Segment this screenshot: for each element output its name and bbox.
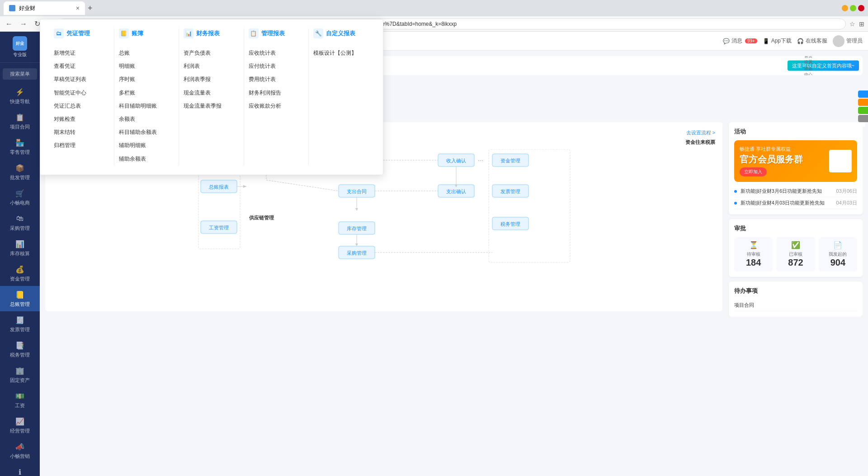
- message-button[interactable]: 💬 消息 99+: [723, 37, 757, 45]
- dropdown-item-balance-sheet[interactable]: 资产负债表: [184, 47, 239, 60]
- dropdown-item-receivable-analysis[interactable]: 应收账款分析: [249, 100, 304, 113]
- sidebar-item-retail[interactable]: 🏪 零售管理: [0, 134, 40, 159]
- dropdown-item-view-voucher[interactable]: 查看凭证: [54, 60, 109, 73]
- dropdown-item-smart-voucher[interactable]: 智能凭证中心: [54, 86, 109, 100]
- sidebar-item-tax[interactable]: 📑 税务管理: [0, 337, 40, 362]
- financial-report-header-label: 财务报表: [196, 29, 220, 38]
- approval-card-pending[interactable]: ⏳ 待审核 184: [734, 237, 773, 271]
- sidebar-item-quicknav[interactable]: ⚡ 快捷导航: [0, 83, 40, 109]
- dropdown-item-aux-detail[interactable]: 辅助明细账: [119, 139, 175, 152]
- sidebar-item-label: 总账管理: [10, 301, 30, 308]
- dropdown-item-cash-flow-quarterly[interactable]: 现金流量表季报: [184, 100, 239, 113]
- sidebar-item-invoice[interactable]: 🧾 发票管理: [0, 311, 40, 337]
- news-item-1[interactable]: 新功能|好业财3月6日功能更新抢先知 03月06日: [734, 186, 857, 197]
- dropdown-item-reconcile[interactable]: 对账检查: [54, 113, 109, 126]
- community-button[interactable]: 服务社区: [858, 107, 868, 114]
- app-icon: 📱: [763, 38, 769, 44]
- extension-icon[interactable]: ⊞: [859, 20, 864, 28]
- dropdown-col-ledger: 📒 账簿 总账 明细账 序时账 多栏账 科目辅助明细账 余额表 科目辅助余额表 …: [114, 29, 179, 166]
- dropdown-item-payable-stats[interactable]: 应付统计表: [249, 60, 304, 73]
- pending-icon: ⏳: [738, 241, 769, 249]
- news-item-2[interactable]: 新功能|好业财4月03日功能更新抢先知 04月03日: [734, 197, 857, 209]
- minimize-button[interactable]: [842, 5, 848, 11]
- svg-text:税务管理: 税务管理: [500, 221, 520, 227]
- sidebar-item-project[interactable]: 📋 项目合同: [0, 109, 40, 134]
- desktop-button[interactable]: 桌面快捷: [858, 115, 868, 122]
- right-quick-buttons: 帮助中心 客服热线 服务社区 桌面快捷: [858, 90, 868, 122]
- dropdown-item-general-ledger[interactable]: 总账: [119, 47, 175, 60]
- user-menu[interactable]: 管理员: [833, 35, 863, 47]
- dropdown-item-aux-balance[interactable]: 辅助余额表: [119, 152, 175, 166]
- dropdown-menu[interactable]: 🗂 凭证管理 新增凭证 查看凭证 草稿凭证列表 智能凭证中心 凭证汇总表 对账检…: [40, 19, 383, 175]
- dropdown-item-multi-column[interactable]: 多栏账: [119, 86, 175, 100]
- tab-title: 好业财: [19, 5, 35, 12]
- sidebar-item-wholesale[interactable]: 📦 批发管理: [0, 159, 40, 185]
- sidebar-item-purchase[interactable]: 🛍 采购管理: [0, 210, 40, 235]
- search-menu-button[interactable]: 搜索菜单: [3, 68, 37, 80]
- forward-button[interactable]: →: [18, 19, 29, 29]
- help-center-label[interactable]: 帮助中心: [795, 66, 822, 75]
- logo-icon: 好业: [13, 36, 27, 51]
- join-button[interactable]: 立即加入: [740, 167, 767, 176]
- custom-report-header-icon: 🔧: [313, 29, 323, 38]
- customer-service-button[interactable]: 客服热线: [858, 99, 868, 106]
- svg-text:支出确认: 支出确认: [446, 189, 466, 194]
- dropdown-item-subject-detail[interactable]: 科目辅助明细账: [119, 100, 175, 113]
- dropdown-item-financial-profit[interactable]: 财务利润报告: [249, 86, 304, 100]
- dropdown-item-receivable-stats[interactable]: 应收统计表: [249, 47, 304, 60]
- project-icon: 📋: [15, 112, 25, 122]
- new-tab-button[interactable]: +: [88, 4, 93, 13]
- tab-close-button[interactable]: ×: [76, 5, 80, 12]
- dropdown-item-expense-stats[interactable]: 费用统计表: [249, 73, 304, 86]
- message-label: 消息: [731, 37, 742, 45]
- svg-text:资金管理: 资金管理: [500, 158, 520, 163]
- logo-text: 专业版: [13, 52, 27, 58]
- tab-favicon: [9, 5, 15, 11]
- dropdown-item-voucher-summary[interactable]: 凭证汇总表: [54, 100, 109, 113]
- dropdown-item-subject-balance[interactable]: 科目辅助余额表: [119, 126, 175, 139]
- dropdown-item-profit-loss[interactable]: 利润表: [184, 60, 239, 73]
- top-right-nav: 💬 消息 99+ 📱 App下载 🎧 在线客服 管理员: [723, 35, 863, 47]
- browser-tab[interactable]: 好业财 ×: [4, 1, 85, 15]
- activity-banner-main: 官方会员服务群: [740, 153, 803, 166]
- sidebar-item-label: 工资: [15, 402, 25, 409]
- sidebar-item-basic[interactable]: ℹ 基础信息: [0, 463, 40, 476]
- sidebar-item-accounting[interactable]: 📒 总账管理: [0, 286, 40, 311]
- back-button[interactable]: ←: [4, 19, 14, 29]
- dropdown-item-period-end[interactable]: 期末结转: [54, 126, 109, 139]
- dropdown-item-archive[interactable]: 归档管理: [54, 139, 109, 152]
- dropdown-item-sequential[interactable]: 序时账: [119, 73, 175, 86]
- voucher-header-icon: 🗂: [54, 29, 64, 38]
- dropdown-item-balance[interactable]: 余额表: [119, 113, 175, 126]
- close-button[interactable]: [858, 5, 864, 11]
- dropdown-header-voucher: 🗂 凭证管理: [54, 29, 109, 41]
- online-service-button[interactable]: 🎧 在线客服: [797, 37, 827, 45]
- dropdown-item-template-design[interactable]: 模板设计【公测】: [313, 47, 369, 60]
- dropdown-item-add-voucher[interactable]: 新增凭证: [54, 47, 109, 60]
- sidebar-item-inventory[interactable]: 📊 库存核算: [0, 235, 40, 261]
- sidebar-item-ops[interactable]: 📈 经营管理: [0, 413, 40, 438]
- pending-label: 待审核: [738, 251, 769, 257]
- maximize-button[interactable]: [850, 5, 856, 11]
- salary-icon: 💵: [15, 391, 25, 401]
- home-setup-label[interactable]: 首页设置: [795, 56, 822, 65]
- sidebar-item-marketing[interactable]: 📣 小畅营销: [0, 438, 40, 463]
- setup-flow-button[interactable]: 去设置流程 >: [686, 129, 715, 136]
- help-center-button[interactable]: 帮助中心: [858, 90, 868, 98]
- dropdown-item-detail-ledger[interactable]: 明细账: [119, 60, 175, 73]
- sidebar-item-salary[interactable]: 💵 工资: [0, 387, 40, 413]
- app-download-button[interactable]: 📱 App下载: [763, 37, 792, 45]
- dropdown-item-cash-flow[interactable]: 现金流量表: [184, 86, 239, 100]
- sidebar-item-assets[interactable]: 🏢 固定资产: [0, 362, 40, 387]
- bookmark-icon[interactable]: ☆: [849, 20, 855, 28]
- sidebar-item-ecommerce[interactable]: 🛒 小畅电商: [0, 185, 40, 210]
- todo-item-project[interactable]: 项目合同: [734, 300, 857, 311]
- dropdown-item-profit-quarterly[interactable]: 利润表季报: [184, 73, 239, 86]
- approval-card-sent[interactable]: 📄 我发起的 904: [819, 237, 857, 271]
- sidebar-item-finance[interactable]: 💰 资金管理: [0, 261, 40, 286]
- approval-card-done[interactable]: ✅ 已审核 872: [776, 237, 815, 271]
- dropdown-item-draft-voucher[interactable]: 草稿凭证列表: [54, 73, 109, 86]
- ops-icon: 📈: [15, 416, 25, 426]
- sidebar-item-label: 项目合同: [10, 124, 30, 130]
- approval-grid: ⏳ 待审核 184 ✅ 已审核 872 📄: [734, 237, 857, 271]
